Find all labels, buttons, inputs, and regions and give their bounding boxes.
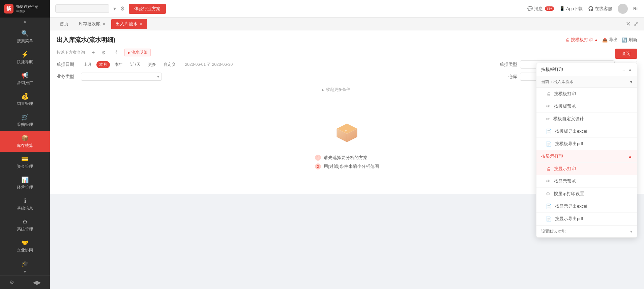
topbar-notification[interactable]: 💬 消息 99+ bbox=[527, 6, 554, 12]
topbar-avatar[interactable] bbox=[618, 4, 628, 14]
sidebar-item-quick-nav[interactable]: ⚡快捷导航 bbox=[0, 47, 50, 68]
empty-icon: ✦ bbox=[330, 117, 364, 151]
filter-collapse-row[interactable]: ▲ 收起更多条件 bbox=[57, 85, 614, 93]
sidebar-scroll-down[interactable]: ▼ bbox=[0, 268, 50, 275]
topbar-industry-button[interactable]: 体验行业方案 bbox=[129, 4, 166, 14]
export-label: 导出 bbox=[609, 37, 618, 43]
sidebar-icon-quick-nav: ⚡ bbox=[21, 51, 29, 58]
dropdown-item-display-pdf[interactable]: 📄 按显示导出pdf bbox=[536, 213, 637, 225]
sidebar-label-sales: 销售管理 bbox=[17, 101, 33, 107]
dropdown-section-display[interactable]: 按显示打印 ▲ bbox=[536, 150, 637, 163]
date-opt-custom[interactable]: 自定义 bbox=[161, 61, 178, 68]
dropdown-item-display-settings[interactable]: ⚙ 按显示打印设置 bbox=[536, 188, 637, 200]
item-template-print-label: 按模板打印 bbox=[554, 91, 576, 97]
footer-settings-label: 设置默认功能 bbox=[541, 229, 565, 234]
hint-1-num: 1 bbox=[315, 155, 321, 161]
item-display-print-label: 按显示打印 bbox=[554, 166, 576, 172]
biz-type-field: ▾ bbox=[81, 73, 162, 81]
sidebar-scroll-up[interactable]: ▲ bbox=[0, 18, 50, 25]
sidebar-item-basic[interactable]: ℹ基础信息 bbox=[0, 194, 50, 215]
sidebar-item-operations[interactable]: 📊经营管理 bbox=[0, 173, 50, 194]
dropdown-item-display-excel[interactable]: 📄 按显示导出excel bbox=[536, 200, 637, 213]
refresh-icon: 🔄 bbox=[622, 37, 627, 43]
date-opt-last7[interactable]: 近7天 bbox=[127, 61, 143, 68]
dropdown-chevron-up[interactable]: ▲ bbox=[628, 67, 632, 72]
tab-close-flow[interactable]: ✕ bbox=[140, 22, 143, 26]
refresh-button[interactable]: 🔄 刷新 bbox=[622, 37, 637, 43]
sidebar-settings-icon[interactable]: ⚙ bbox=[9, 279, 14, 286]
template-print-label: 按模板打印 bbox=[571, 37, 593, 43]
sidebar-item-marketing[interactable]: 📢营销推广 bbox=[0, 68, 50, 89]
topbar-dropdown-icon[interactable]: ▾ bbox=[113, 5, 116, 12]
dropdown-title: 按模板打印 bbox=[541, 67, 563, 73]
filter-collapse-button[interactable]: 《 bbox=[113, 49, 118, 56]
biz-type-arrow: ▾ bbox=[157, 74, 159, 79]
sidebar-icon-finance: 💳 bbox=[21, 155, 29, 163]
app-label: App下载 bbox=[566, 6, 583, 12]
tab-close-window[interactable]: ✕ bbox=[626, 20, 631, 28]
dropdown-dots-icon[interactable]: ··· bbox=[621, 67, 625, 72]
sidebar-item-collab[interactable]: 🤝企业协同 bbox=[0, 236, 50, 257]
filter-gear-button[interactable]: ⚙ bbox=[101, 50, 106, 56]
dropdown-item-template-print[interactable]: 🖨 按模板打印 bbox=[536, 88, 637, 100]
notification-badge: 99+ bbox=[545, 6, 554, 11]
sidebar-icon-purchase: 🛒 bbox=[21, 113, 29, 121]
date-opt-current_year[interactable]: 本年 bbox=[112, 61, 125, 68]
date-opt-current_month[interactable]: 本月 bbox=[96, 61, 110, 68]
section-display-label: 按显示打印 bbox=[541, 153, 563, 159]
dropdown-sub-chevron: ▾ bbox=[630, 80, 632, 84]
item-display-preview-label: 按显示预览 bbox=[554, 178, 576, 184]
tab-item-batch[interactable]: 库存批次账✕ bbox=[74, 19, 110, 29]
filter-tag[interactable]: ● 流水明细 bbox=[124, 49, 150, 56]
filter-row-date: 单据日期 上月本月本年近7天更多自定义 2023-06-01 至 2023-06… bbox=[57, 60, 614, 69]
service-icon: 🎧 bbox=[588, 6, 593, 11]
sidebar-item-search[interactable]: 🔍搜索菜单 bbox=[0, 26, 50, 47]
dropdown-item-template-preview[interactable]: 👁 按模板预览 bbox=[536, 100, 637, 113]
date-opt-more[interactable]: 更多 bbox=[145, 61, 159, 68]
tab-maximize[interactable]: ⤢ bbox=[634, 20, 639, 28]
page-title: 出入库流水(流水明细) bbox=[57, 36, 115, 44]
dropdown-item-template-pdf[interactable]: 📄 按模板导出pdf bbox=[536, 138, 637, 150]
dropdown-footer[interactable]: 设置默认功能 ▾ bbox=[536, 225, 637, 237]
topbar-online-service[interactable]: 🎧 在线客服 bbox=[588, 6, 612, 12]
sidebar-label-system: 系统管理 bbox=[17, 227, 33, 232]
sidebar-item-inventory[interactable]: 📦库存核算 bbox=[0, 131, 50, 152]
export-button[interactable]: 📤 导出 bbox=[602, 37, 618, 43]
item-display-settings-label: 按显示打印设置 bbox=[554, 191, 584, 197]
item-template-design-label: 模板自定义设计 bbox=[553, 116, 584, 122]
sidebar-label-finance: 资金管理 bbox=[17, 164, 33, 169]
page-header: 出入库流水(流水明细) 🖨 按模板打印 ▲ 📤 导出 🔄 刷新 bbox=[50, 30, 644, 44]
sidebar-item-system[interactable]: ⚙系统管理 bbox=[0, 215, 50, 236]
tabs-right: ✕ ⤢ bbox=[626, 20, 639, 28]
sidebar-item-newbie[interactable]: 🎓新手引导 bbox=[0, 257, 50, 268]
tab-item-flow[interactable]: 出入库流水✕ bbox=[111, 19, 147, 29]
sidebar-label-collab: 企业协同 bbox=[17, 247, 33, 253]
tab-item-home[interactable]: 首页 bbox=[55, 19, 73, 29]
dropdown-item-template-excel[interactable]: 📄 按模板导出excel bbox=[536, 125, 637, 138]
date-opt-last_month[interactable]: 上月 bbox=[81, 61, 94, 68]
topbar-app-download[interactable]: 📱 App下载 bbox=[559, 6, 583, 12]
sidebar-collapse-icon[interactable]: ◀▶ bbox=[33, 279, 41, 286]
topbar-gear-icon[interactable]: ⚙ bbox=[120, 5, 125, 12]
item-pdf-icon-1: 📄 bbox=[546, 141, 552, 147]
item-template-excel-label: 按模板导出excel bbox=[555, 128, 587, 134]
topbar-search-input[interactable] bbox=[55, 4, 109, 13]
dropdown-header-icons: ··· ▲ bbox=[621, 67, 632, 72]
template-print-button[interactable]: 🖨 按模板打印 ▲ bbox=[565, 37, 598, 43]
biz-type-input[interactable] bbox=[81, 73, 162, 81]
dropdown-item-display-print[interactable]: 🖨 按显示打印 bbox=[536, 163, 637, 175]
collapse-up-icon: ▲ bbox=[321, 87, 325, 92]
query-button[interactable]: 查询 bbox=[615, 49, 637, 59]
app-icon: 📱 bbox=[559, 6, 565, 11]
filter-tag-dot: ● bbox=[127, 50, 130, 55]
sidebar-icon-inventory: 📦 bbox=[21, 134, 29, 142]
tab-close-batch[interactable]: ✕ bbox=[103, 22, 106, 26]
filter-add-button[interactable]: + bbox=[92, 50, 95, 56]
item-template-preview-label: 按模板预览 bbox=[554, 103, 576, 109]
sidebar-icon-sales: 💰 bbox=[21, 93, 29, 100]
dropdown-item-display-preview[interactable]: 👁 按显示预览 bbox=[536, 175, 637, 188]
sidebar-item-sales[interactable]: 💰销售管理 bbox=[0, 89, 50, 110]
sidebar-item-purchase[interactable]: 🛒采购管理 bbox=[0, 110, 50, 131]
sidebar-item-finance[interactable]: 💳资金管理 bbox=[0, 152, 50, 173]
dropdown-item-template-design[interactable]: ✏ 模板自定义设计 bbox=[536, 113, 637, 125]
